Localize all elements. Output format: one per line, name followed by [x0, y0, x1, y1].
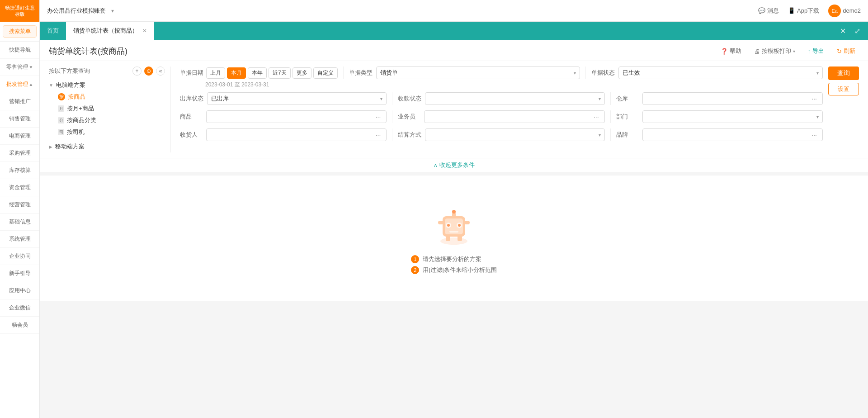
- sidebar-item-basic[interactable]: 基础信息: [0, 214, 39, 231]
- divider-2: [585, 66, 586, 79]
- sidebar-item-system[interactable]: 系统管理: [0, 231, 39, 248]
- tab-home-label: 首页: [47, 27, 59, 35]
- edit-scheme-btn[interactable]: ⊙: [144, 66, 153, 76]
- payment-status-select[interactable]: ▾: [425, 92, 604, 105]
- sidebar-item-wholesale[interactable]: 批发管理▲: [0, 76, 39, 93]
- date-btn-this-year[interactable]: 本年: [248, 67, 267, 79]
- sidebar-item-purchase[interactable]: 采购管理: [0, 145, 39, 162]
- print-icon: 🖨: [754, 48, 760, 55]
- print-btn[interactable]: 🖨 按模板打印 ▾: [750, 45, 799, 57]
- refresh-btn[interactable]: ↻ 刷新: [833, 45, 859, 57]
- date-btn-last-month[interactable]: 上月: [206, 67, 225, 79]
- sidebar: 畅捷通好生意 标版 搜索菜单 快捷导航 零售管理▼ 批发管理▲ 营销推广 销售管…: [0, 0, 40, 418]
- search-menu-button[interactable]: 搜索菜单: [3, 25, 37, 38]
- tab-expand-btn[interactable]: ⤢: [852, 25, 863, 36]
- date-btn-7days[interactable]: 近7天: [269, 67, 291, 79]
- tree-item-by-product[interactable]: 按 按商品: [58, 91, 165, 103]
- payment-method-arrow-icon: ▾: [599, 133, 601, 138]
- sidebar-item-guide[interactable]: 新手引导: [0, 265, 39, 282]
- filter-fields-area: 单据日期 上月 本月 本年 近7天 更多 自定义: [180, 66, 823, 147]
- app-download-label: App下载: [797, 7, 819, 15]
- doc-type-select[interactable]: 销货单 ▾: [376, 66, 580, 79]
- brand-dots[interactable]: ···: [810, 131, 819, 138]
- tabbar: 首页 销货单统计表（按商品） ✕ ✕ ⤢: [40, 22, 868, 40]
- dept-arrow-icon: ▾: [816, 114, 819, 119]
- staff-input[interactable]: ···: [424, 110, 604, 123]
- add-scheme-btn[interactable]: +: [132, 66, 142, 76]
- doc-type-arrow-icon: ▾: [574, 71, 576, 76]
- dept-select[interactable]: ▾: [642, 110, 823, 123]
- tab-close-icon[interactable]: ✕: [142, 28, 147, 34]
- date-btn-more[interactable]: 更多: [292, 67, 311, 79]
- help-icon: ❓: [721, 48, 728, 55]
- user-menu-btn[interactable]: Ea demo2: [828, 5, 861, 17]
- empty-tips: 1 请先选择要分析的方案 2 用[过滤]条件来缩小分析范围: [411, 255, 496, 274]
- tabbar-actions: ✕ ⤢: [837, 25, 868, 36]
- collapse-arrow-icon: ∧: [434, 162, 438, 168]
- doc-status-arrow-icon: ▾: [816, 71, 819, 76]
- collapse-bar[interactable]: ∧ 收起更多条件: [40, 158, 868, 172]
- help-label: 帮助: [730, 47, 741, 55]
- sidebar-item-inventory[interactable]: 库存核算: [0, 162, 39, 179]
- tree-mobile-label: 移动端方案: [55, 142, 85, 151]
- app-download-btn[interactable]: 📱 App下载: [788, 7, 819, 15]
- sidebar-item-marketing[interactable]: 营销推广: [0, 93, 39, 110]
- warehouse-input[interactable]: ···: [642, 92, 823, 105]
- filter-left-header: 按以下方案查询 + ⊙ «: [49, 66, 165, 76]
- message-btn[interactable]: 💬 消息: [758, 7, 779, 15]
- tree-mobile-arrow-icon: ▶: [49, 144, 52, 149]
- sidebar-item-app[interactable]: 应用中心: [0, 282, 39, 299]
- collapse-left-btn[interactable]: «: [156, 66, 165, 76]
- tab-sales-stat[interactable]: 销货单统计表（按商品） ✕: [66, 22, 154, 40]
- export-icon: ↑: [808, 48, 811, 55]
- out-status-select[interactable]: 已出库 ▾: [207, 92, 387, 105]
- brand-label: 品牌: [616, 131, 639, 139]
- receiver-dots[interactable]: ···: [374, 131, 383, 138]
- sidebar-item-operation[interactable]: 经营管理: [0, 196, 39, 214]
- logo-text: 畅捷通好生意 标版: [5, 5, 35, 18]
- tree-item-by-product-label: 按商品: [68, 93, 85, 101]
- doc-type-label: 单据类型: [349, 69, 373, 77]
- date-btn-this-month[interactable]: 本月: [227, 67, 246, 79]
- filter-left-icons: + ⊙ «: [132, 66, 165, 76]
- set-button[interactable]: 设置: [828, 83, 859, 95]
- sidebar-item-member[interactable]: 畅会员: [0, 317, 39, 334]
- tree-item-by-month-product[interactable]: 月 按月+商品: [58, 103, 165, 114]
- tree-desktop-parent[interactable]: ▼ 电脑端方案: [49, 79, 165, 91]
- doc-status-select[interactable]: 已生效 ▾: [618, 66, 823, 79]
- sidebar-search-area: 搜索菜单: [0, 22, 39, 42]
- sidebar-item-sales[interactable]: 销售管理: [0, 110, 39, 128]
- brand-input[interactable]: ···: [642, 128, 823, 141]
- goods-input[interactable]: ···: [206, 110, 387, 123]
- receiver-input[interactable]: ···: [206, 128, 387, 141]
- warehouse-dots[interactable]: ···: [810, 95, 819, 102]
- date-btn-custom[interactable]: 自定义: [313, 67, 338, 79]
- svg-point-0: [440, 238, 467, 245]
- tab-close-all-btn[interactable]: ✕: [837, 25, 848, 36]
- topbar-dropdown-icon[interactable]: ▾: [111, 8, 114, 14]
- sidebar-item-retail[interactable]: 零售管理▼: [0, 59, 39, 76]
- page-content: 销货单统计表(按商品) ❓ 帮助 🖨 按模板打印 ▾ ↑ 导出 ↻ 刷新: [40, 40, 868, 418]
- sidebar-item-shortcut[interactable]: 快捷导航: [0, 42, 39, 59]
- sidebar-item-wechat[interactable]: 企业微信: [0, 299, 39, 317]
- tree-item-by-category[interactable]: 分 按商品分类: [58, 114, 165, 126]
- staff-dots[interactable]: ···: [592, 113, 601, 120]
- sidebar-item-finance[interactable]: 资金管理: [0, 179, 39, 196]
- query-button[interactable]: 查询: [828, 66, 859, 80]
- tree-mobile-parent[interactable]: ▶ 移动端方案: [49, 141, 165, 152]
- sidebar-item-ecommerce[interactable]: 电商管理: [0, 128, 39, 145]
- tree-item-by-company[interactable]: 司 按司机: [58, 126, 165, 138]
- help-btn[interactable]: ❓ 帮助: [717, 45, 745, 57]
- empty-tip-1: 1 请先选择要分析的方案: [411, 255, 496, 263]
- sidebar-item-enterprise[interactable]: 企业协同: [0, 248, 39, 265]
- dept-field: 部门 ▾: [616, 110, 823, 123]
- export-btn[interactable]: ↑ 导出: [804, 45, 828, 57]
- page-actions: ❓ 帮助 🖨 按模板打印 ▾ ↑ 导出 ↻ 刷新: [717, 45, 859, 57]
- tab-home[interactable]: 首页: [40, 22, 66, 40]
- filter-row-2: 出库状态 已出库 ▾ 收款状态: [180, 92, 823, 105]
- divider-7: [392, 128, 392, 141]
- payment-method-select[interactable]: ▾: [425, 128, 604, 141]
- date-field: 单据日期 上月 本月 本年 近7天 更多 自定义: [180, 67, 338, 79]
- svg-rect-11: [464, 221, 470, 224]
- goods-dots[interactable]: ···: [374, 113, 383, 120]
